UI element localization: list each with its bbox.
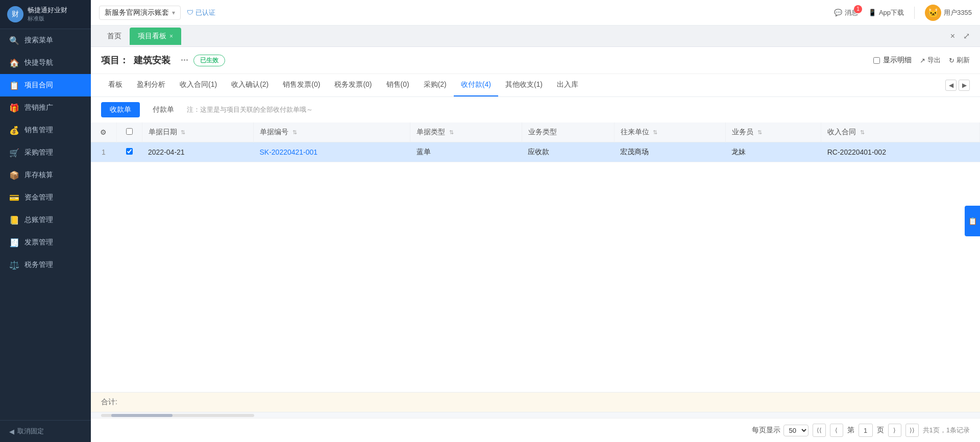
table-row[interactable]: 1 2022-04-21 SK-20220421-001 蓝单 应收款 宏茂商场… bbox=[91, 142, 980, 162]
sidebar-item-marketing[interactable]: 🎁 营销推广 bbox=[0, 96, 91, 119]
app-download-button[interactable]: 📱 App下载 bbox=[868, 8, 904, 17]
cell-checkbox bbox=[116, 142, 142, 162]
page-suffix: 页 bbox=[877, 426, 884, 435]
cell-number[interactable]: SK-20220421-001 bbox=[253, 142, 410, 162]
col-biz-type: 业务类型 bbox=[522, 122, 614, 142]
verified-badge: 🛡 已认证 bbox=[187, 8, 215, 17]
per-page-select[interactable]: 50 bbox=[783, 425, 808, 436]
app-logo-text: 畅捷通好业财 标准版 bbox=[28, 6, 67, 22]
sub-tab-scroll-arrows: ◀ ▶ bbox=[945, 80, 970, 91]
settings-icon[interactable]: ⚙ bbox=[100, 128, 107, 136]
col-salesperson[interactable]: 业务员 ⇅ bbox=[725, 122, 821, 142]
maximize-button[interactable]: ⤢ bbox=[961, 29, 972, 43]
sub-tab-tax_invoice[interactable]: 税务发票(0) bbox=[327, 74, 379, 96]
row-checkbox[interactable] bbox=[126, 148, 133, 155]
inner-tab-note: 注：这里是与项目关联的全部收付款单哦～ bbox=[187, 105, 313, 114]
sidebar-item-search[interactable]: 🔍 搜索菜单 bbox=[0, 29, 91, 52]
partner-sort-icon: ⇅ bbox=[653, 129, 657, 135]
col-partner[interactable]: 往来单位 ⇅ bbox=[614, 122, 725, 142]
message-icon: 💬 bbox=[834, 9, 842, 16]
select-all-checkbox[interactable] bbox=[126, 128, 133, 135]
sub-tab-left-arrow[interactable]: ◀ bbox=[945, 80, 957, 91]
sub-tab-other_expense[interactable]: 其他收支(1) bbox=[498, 74, 550, 96]
sidebar-item-purchase[interactable]: 🛒 采购管理 bbox=[0, 141, 91, 164]
topbar-divider bbox=[914, 7, 915, 19]
quicknav-icon: 🏠 bbox=[9, 58, 19, 68]
sub-tab-income_confirm[interactable]: 收入确认(2) bbox=[224, 74, 276, 96]
tab-bar: 首页 项目看板 × × ⤢ bbox=[91, 26, 980, 47]
inner-tab-payment[interactable]: 付款单 bbox=[144, 102, 183, 117]
sidebar-item-label: 库存核算 bbox=[24, 170, 53, 180]
col-checkbox bbox=[116, 122, 142, 142]
sub-tab-receipt[interactable]: 收付款(4) bbox=[454, 74, 498, 96]
sidebar-item-ledger[interactable]: 📒 总账管理 bbox=[0, 209, 91, 231]
marketing-icon: 🎁 bbox=[9, 103, 19, 113]
sidebar-item-label: 销售管理 bbox=[24, 126, 53, 135]
topbar-right: 💬 消息 1 📱 App下载 🐱 用户3355 bbox=[834, 5, 972, 21]
sub-tab-purchase[interactable]: 采购(2) bbox=[416, 74, 454, 96]
sidebar-item-quicknav[interactable]: 🏠 快捷导航 bbox=[0, 52, 91, 74]
invoice-icon: 🧾 bbox=[9, 237, 19, 248]
export-button[interactable]: ↗ 导出 bbox=[920, 56, 941, 65]
col-number[interactable]: 单据编号 ⇅ bbox=[253, 122, 410, 142]
sidebar-item-inventory[interactable]: 📦 库存核算 bbox=[0, 164, 91, 186]
float-action-button[interactable]: 📋 bbox=[965, 206, 980, 236]
show-detail-checkbox[interactable]: 显示明细 bbox=[873, 56, 912, 65]
close-window-button[interactable]: × bbox=[948, 29, 957, 43]
sub-tab-profit[interactable]: 盈利分析 bbox=[130, 74, 173, 96]
sidebar-unpin-button[interactable]: ◀ 取消固定 bbox=[0, 420, 91, 442]
current-page-number[interactable]: 1 bbox=[859, 424, 873, 437]
col-date[interactable]: 单据日期 ⇅ bbox=[142, 122, 253, 142]
purchase-icon: 🛒 bbox=[9, 148, 19, 158]
sub-tab-right-arrow[interactable]: ▶ bbox=[959, 80, 970, 91]
sub-tab-income_contract[interactable]: 收入合同(1) bbox=[173, 74, 224, 96]
type-sort-icon: ⇅ bbox=[449, 129, 454, 135]
first-page-button[interactable]: ⟨⟨ bbox=[813, 424, 826, 437]
message-button[interactable]: 💬 消息 1 bbox=[834, 8, 858, 17]
scrollbar-thumb[interactable] bbox=[111, 414, 173, 417]
tab-project-kanban[interactable]: 项目看板 × bbox=[130, 28, 181, 45]
inner-tabs: 收款单 付款单 注：这里是与项目关联的全部收付款单哦～ bbox=[91, 97, 980, 122]
prev-page-button[interactable]: ⟨ bbox=[830, 424, 843, 437]
refresh-button[interactable]: ↻ 刷新 bbox=[949, 56, 970, 65]
sidebar-item-tax[interactable]: ⚖️ 税务管理 bbox=[0, 254, 91, 276]
number-sort-icon: ⇅ bbox=[292, 129, 297, 135]
next-page-button[interactable]: ⟩ bbox=[888, 424, 901, 437]
tab-close-icon[interactable]: × bbox=[169, 33, 173, 40]
sidebar-item-capital[interactable]: 💳 资金管理 bbox=[0, 186, 91, 209]
sidebar: 财 畅捷通好业财 标准版 🔍 搜索菜单 🏠 快捷导航 📋 项目合同 🎁 营销推广… bbox=[0, 0, 91, 442]
sub-tab-kanban[interactable]: 看板 bbox=[101, 74, 130, 96]
sales-icon: 💰 bbox=[9, 125, 19, 135]
sidebar-item-label: 资金管理 bbox=[24, 193, 53, 202]
project-more-icon[interactable]: ··· bbox=[181, 55, 188, 66]
horizontal-scrollbar[interactable] bbox=[91, 412, 980, 418]
last-page-button[interactable]: ⟩⟩ bbox=[905, 424, 919, 437]
account-name: 新服务官网演示账套 bbox=[105, 8, 169, 17]
content-area: 项目： 建筑安装 ··· 已生效 显示明细 ↗ 导出 ↻ 刷新 bbox=[91, 47, 980, 442]
tab-home[interactable]: 首页 bbox=[99, 28, 130, 45]
col-settings[interactable]: ⚙ bbox=[91, 122, 116, 142]
sidebar-item-contract[interactable]: 📋 项目合同 bbox=[0, 74, 91, 96]
project-actions: 显示明细 ↗ 导出 ↻ 刷新 bbox=[873, 56, 970, 65]
total-label: 合计: bbox=[101, 398, 117, 406]
show-detail-input[interactable] bbox=[873, 57, 880, 64]
col-income-contract[interactable]: 收入合同 ⇅ bbox=[821, 122, 980, 142]
sub-tab-sales_invoice[interactable]: 销售发票(0) bbox=[276, 74, 327, 96]
col-type[interactable]: 单据类型 ⇅ bbox=[410, 122, 522, 142]
sidebar-item-sales[interactable]: 💰 销售管理 bbox=[0, 119, 91, 141]
table-body: 1 2022-04-21 SK-20220421-001 蓝单 应收款 宏茂商场… bbox=[91, 142, 980, 162]
cell-partner: 宏茂商场 bbox=[614, 142, 725, 162]
table-header: ⚙ 单据日期 ⇅ 单据编号 ⇅ bbox=[91, 122, 980, 142]
salesperson-sort-icon: ⇅ bbox=[757, 129, 762, 135]
sub-tab-sales[interactable]: 销售(0) bbox=[379, 74, 416, 96]
page-label: 第 bbox=[847, 426, 854, 435]
main-area: 新服务官网演示账套 ▾ 🛡 已认证 💬 消息 1 📱 App下载 🐱 用户335… bbox=[91, 0, 980, 442]
account-selector[interactable]: 新服务官网演示账套 ▾ bbox=[99, 6, 181, 20]
sidebar-item-invoice[interactable]: 🧾 发票管理 bbox=[0, 231, 91, 254]
number-link[interactable]: SK-20220421-001 bbox=[259, 148, 317, 156]
user-avatar: 🐱 bbox=[925, 5, 941, 21]
inner-tab-receipt[interactable]: 收款单 bbox=[101, 102, 140, 117]
user-profile[interactable]: 🐱 用户3355 bbox=[925, 5, 972, 21]
capital-icon: 💳 bbox=[9, 192, 19, 203]
sub-tab-in_out[interactable]: 出入库 bbox=[550, 74, 585, 96]
